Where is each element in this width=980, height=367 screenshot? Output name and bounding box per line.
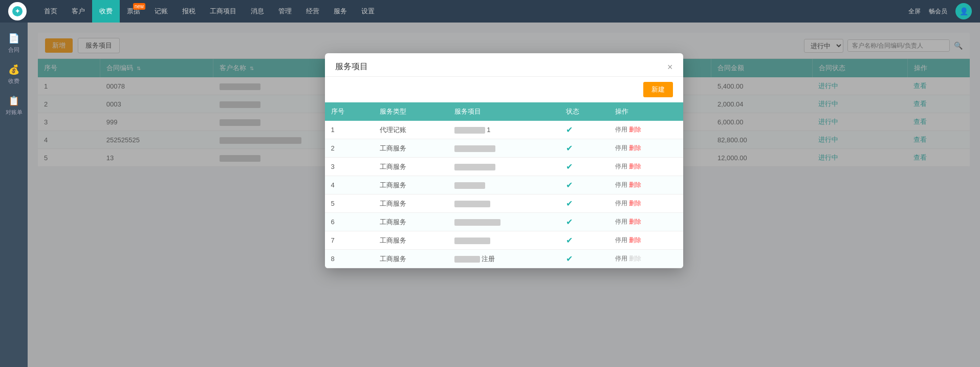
delete-button[interactable]: 删除: [629, 162, 641, 171]
modal-col-status: 状态: [560, 102, 609, 121]
app-logo: ✦: [8, 2, 27, 20]
stop-button[interactable]: 停用: [615, 125, 627, 134]
modal-cell-type: 工商服务: [374, 195, 448, 213]
modal-cell-item: [448, 195, 560, 213]
delete-button[interactable]: 删除: [629, 125, 641, 134]
reconciliation-icon: 📋: [8, 95, 19, 106]
modal-table-row: 7 工商服务 ✔ 停用 删除: [325, 231, 683, 250]
modal-toolbar: 新建: [325, 77, 683, 102]
modal-cell-actions: 停用 删除: [609, 139, 683, 158]
modal-cell-item: [448, 158, 560, 176]
modal-cell-actions: 停用 删除: [609, 176, 683, 195]
modal-body: 序号 服务类型 服务项目 状态 操作 1 代理记账 1 ✔: [325, 102, 683, 268]
modal-cell-seq: 5: [325, 195, 374, 213]
sidebar-item-reconciliation[interactable]: 📋 对账单: [0, 90, 28, 121]
nav-tax[interactable]: 报税: [175, 0, 203, 23]
modal-cell-item: [448, 176, 560, 195]
modal-cell-actions: 停用 删除: [609, 231, 683, 250]
modal-cell-seq: 2: [325, 139, 374, 158]
top-navigation: ✦ 首页 客户 收费 票据 new 记账 报税 工商项目 消息 管理 经营 服务…: [0, 0, 980, 23]
modal-col-action: 操作: [609, 102, 683, 121]
stop-button[interactable]: 停用: [615, 162, 627, 171]
delete-button[interactable]: 删除: [629, 254, 641, 263]
modal-cell-status: ✔: [560, 176, 609, 195]
sidebar-label-reconciliation: 对账单: [6, 109, 23, 116]
modal-cell-seq: 4: [325, 176, 374, 195]
modal-table-row: 4 工商服务 ✔ 停用 删除: [325, 176, 683, 195]
modal-col-item: 服务项目: [448, 102, 560, 121]
stop-button[interactable]: 停用: [615, 218, 627, 226]
modal-table-row: 8 工商服务 注册 ✔ 停用 删除: [325, 250, 683, 268]
modal-cell-actions: 停用 删除: [609, 158, 683, 176]
modal-cell-status: ✔: [560, 250, 609, 268]
new-badge: new: [133, 3, 145, 10]
nav-service[interactable]: 服务: [326, 0, 354, 23]
delete-button[interactable]: 删除: [629, 199, 641, 208]
modal-cell-actions: 停用 删除: [609, 213, 683, 231]
avatar[interactable]: 👤: [955, 3, 972, 19]
modal-cell-status: ✔: [560, 121, 609, 139]
modal-cell-item: [448, 139, 560, 158]
nav-invoice[interactable]: 票据 new: [120, 0, 147, 23]
main-content: 新增 服务项目 进行中 全部 已结束 🔍 序号 合同编码 ⇅ 客户名称 ⇅ 服务…: [28, 23, 980, 367]
modal-cell-status: ✔: [560, 158, 609, 176]
modal-table-row: 3 工商服务 ✔ 停用 删除: [325, 158, 683, 176]
service-items-table: 序号 服务类型 服务项目 状态 操作 1 代理记账 1 ✔: [325, 102, 683, 268]
modal-cell-type: 工商服务: [374, 176, 448, 195]
modal-new-button[interactable]: 新建: [643, 82, 673, 97]
modal-cell-seq: 6: [325, 213, 374, 231]
sidebar-label-contract: 合同: [8, 46, 19, 54]
nav-operations[interactable]: 经营: [299, 0, 326, 23]
modal-cell-type: 工商服务: [374, 213, 448, 231]
modal-overlay: 服务项目 × 新建 序号 服务类型 服务项目 状态 操作: [28, 23, 980, 367]
modal-cell-item: [448, 231, 560, 250]
nav-bookkeeping[interactable]: 记账: [147, 0, 175, 23]
modal-title: 服务项目: [335, 61, 368, 72]
modal-table-row: 1 代理记账 1 ✔ 停用 删除: [325, 121, 683, 139]
nav-settings[interactable]: 设置: [354, 0, 382, 23]
nav-client[interactable]: 客户: [64, 0, 92, 23]
fee-icon: 💰: [8, 64, 19, 75]
modal-close-button[interactable]: ×: [667, 62, 673, 72]
stop-button[interactable]: 停用: [615, 236, 627, 245]
right-tools: 全屏 畅会员 👤: [908, 3, 972, 19]
modal-cell-seq: 1: [325, 121, 374, 139]
modal-table-row: 6 工商服务 ✔ 停用 删除: [325, 213, 683, 231]
delete-button[interactable]: 删除: [629, 236, 641, 245]
modal-table-row: 2 工商服务 ✔ 停用 删除: [325, 139, 683, 158]
modal-table-row: 5 工商服务 ✔ 停用 删除: [325, 195, 683, 213]
service-items-modal: 服务项目 × 新建 序号 服务类型 服务项目 状态 操作: [325, 53, 683, 268]
contract-icon: 📄: [8, 33, 19, 44]
modal-cell-actions: 停用 删除: [609, 121, 683, 139]
modal-cell-item: 注册: [448, 250, 560, 268]
nav-message[interactable]: 消息: [244, 0, 271, 23]
modal-cell-status: ✔: [560, 139, 609, 158]
modal-cell-type: 工商服务: [374, 250, 448, 268]
stop-button[interactable]: 停用: [615, 199, 627, 208]
modal-cell-type: 工商服务: [374, 231, 448, 250]
sidebar-item-contract[interactable]: 📄 合同: [0, 28, 28, 59]
delete-button[interactable]: 删除: [629, 181, 641, 189]
modal-cell-status: ✔: [560, 195, 609, 213]
modal-cell-seq: 3: [325, 158, 374, 176]
stop-button[interactable]: 停用: [615, 254, 627, 263]
modal-cell-status: ✔: [560, 213, 609, 231]
nav-fee[interactable]: 收费: [92, 0, 120, 23]
delete-button[interactable]: 删除: [629, 218, 641, 226]
sidebar-item-fee[interactable]: 💰 收费: [0, 59, 28, 90]
member-button[interactable]: 畅会员: [929, 7, 947, 16]
stop-button[interactable]: 停用: [615, 181, 627, 189]
nav-business[interactable]: 工商项目: [203, 0, 244, 23]
modal-cell-status: ✔: [560, 231, 609, 250]
delete-button[interactable]: 删除: [629, 144, 641, 153]
nav-manage[interactable]: 管理: [271, 0, 299, 23]
svg-text:✦: ✦: [15, 8, 20, 15]
modal-cell-actions: 停用 删除: [609, 250, 683, 268]
nav-home[interactable]: 首页: [37, 0, 64, 23]
stop-button[interactable]: 停用: [615, 144, 627, 153]
modal-cell-type: 工商服务: [374, 158, 448, 176]
modal-cell-seq: 8: [325, 250, 374, 268]
modal-header: 服务项目 ×: [325, 53, 683, 77]
modal-cell-seq: 7: [325, 231, 374, 250]
fullscreen-button[interactable]: 全屏: [908, 7, 921, 16]
